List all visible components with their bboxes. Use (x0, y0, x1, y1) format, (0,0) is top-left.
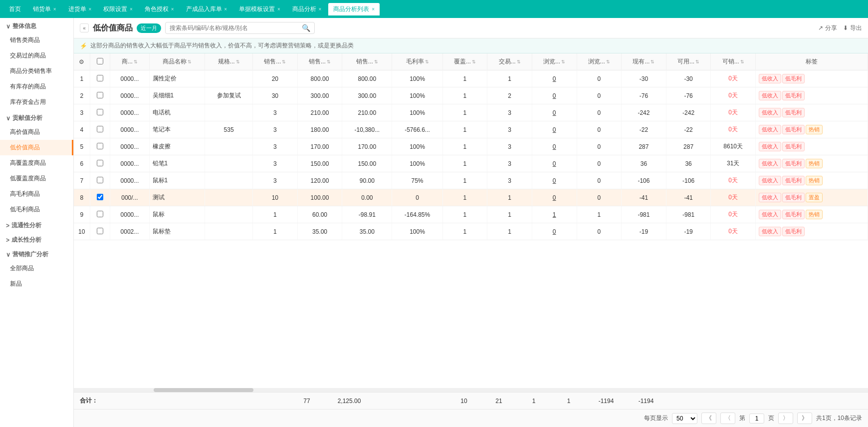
col-checkbox-header[interactable] (90, 53, 110, 70)
nav-template-settings[interactable]: 单据模板设置 × (234, 3, 285, 15)
nav-product-analysis[interactable]: 商品分析 × (287, 3, 327, 15)
row-checkbox-cell[interactable] (90, 104, 110, 121)
row-views1[interactable]: 0 (532, 189, 577, 206)
row-views1[interactable]: 0 (532, 121, 577, 138)
row-checkbox[interactable] (97, 228, 103, 234)
views1-value[interactable]: 0 (553, 177, 556, 184)
col-views2[interactable]: 浏览...⇅ (577, 53, 622, 70)
row-views1[interactable]: 0 (532, 172, 577, 189)
col-name[interactable]: 商品名称⇅ (149, 53, 205, 70)
sidebar-item-category-sales-rate[interactable]: 商品分类销售率 (0, 63, 73, 79)
nav-close-permissions[interactable]: × (128, 6, 133, 12)
sidebar-item-inventory-capital[interactable]: 库存资金占用 (0, 94, 73, 110)
nav-role-auth[interactable]: 角色授权 × (140, 3, 179, 15)
views1-value[interactable]: 0 (553, 194, 556, 201)
col-sales-qty[interactable]: 销售...⇅ (253, 53, 298, 70)
row-checkbox[interactable] (97, 143, 103, 149)
last-page-button[interactable]: 》 (797, 413, 812, 424)
row-checkbox-cell[interactable] (90, 155, 110, 172)
row-checkbox-cell[interactable] (90, 87, 110, 104)
col-sellable[interactable]: 可销...⇅ (711, 53, 756, 70)
row-checkbox-cell[interactable] (90, 206, 110, 223)
time-filter-badge[interactable]: 近一月 (137, 23, 161, 33)
nav-product-inbound[interactable]: 产成品入库单 × (181, 3, 232, 15)
row-views1[interactable]: 0 (532, 223, 577, 240)
sidebar-item-low-coverage[interactable]: 低覆盖度商品 (0, 171, 73, 186)
scrollbar-thumb[interactable] (154, 388, 253, 392)
col-tags[interactable]: 标签 (756, 53, 868, 70)
nav-permissions[interactable]: 权限设置 × (98, 3, 138, 15)
views1-value[interactable]: 0 (553, 92, 556, 99)
col-sales-amount[interactable]: 销售...⇅ (297, 53, 342, 70)
nav-purchase-order[interactable]: 进货单 × (63, 3, 97, 15)
sidebar-group-contribution[interactable]: ∨ 贡献值分析 (0, 110, 73, 124)
nav-close-template[interactable]: × (276, 6, 280, 12)
first-page-button[interactable]: 《 (701, 413, 716, 424)
horizontal-scrollbar[interactable] (74, 388, 868, 392)
nav-close-role[interactable]: × (170, 6, 174, 12)
col-available[interactable]: 可用...⇅ (666, 53, 711, 70)
col-settings[interactable]: ⚙ (74, 53, 90, 70)
nav-close-inbound[interactable]: × (223, 6, 227, 12)
row-checkbox[interactable] (97, 92, 103, 98)
row-checkbox-cell[interactable] (90, 223, 110, 240)
next-page-button[interactable]: 〉 (778, 413, 793, 424)
search-box[interactable]: 🔍 (165, 22, 315, 34)
row-checkbox[interactable] (97, 211, 103, 217)
row-checkbox-cell[interactable] (90, 70, 110, 87)
row-views1[interactable]: 0 (532, 70, 577, 87)
sidebar-item-all-goods[interactable]: 全部商品 (0, 261, 73, 276)
col-views1[interactable]: 浏览...⇅ (532, 53, 577, 70)
row-checkbox-cell[interactable] (90, 172, 110, 189)
row-views1[interactable]: 0 (532, 104, 577, 121)
sidebar-item-sales-goods[interactable]: 销售类商品 (0, 32, 73, 48)
sidebar-item-high-margin[interactable]: 高毛利商品 (0, 186, 73, 202)
export-button[interactable]: ⬇ 导出 (843, 24, 862, 32)
row-checkbox-cell[interactable] (90, 138, 110, 155)
sidebar-group-overview[interactable]: ∨ 整体信息 (0, 18, 73, 32)
views1-value[interactable]: 0 (553, 75, 556, 82)
col-code[interactable]: 商...⇅ (110, 53, 149, 70)
select-all-checkbox[interactable] (97, 58, 103, 64)
sidebar-item-low-margin[interactable]: 低毛利商品 (0, 202, 73, 217)
row-checkbox-cell[interactable] (90, 189, 110, 206)
nav-analysis-list[interactable]: 商品分析列表 × (328, 3, 380, 15)
row-checkbox[interactable] (97, 194, 103, 200)
col-coverage[interactable]: 覆盖...⇅ (442, 53, 487, 70)
row-checkbox[interactable] (97, 177, 103, 183)
col-spec[interactable]: 规格...⇅ (205, 53, 253, 70)
nav-close-analysis-list[interactable]: × (370, 6, 375, 12)
row-views1[interactable]: 1 (532, 206, 577, 223)
row-views1[interactable]: 0 (532, 138, 577, 155)
sidebar-item-high-value[interactable]: 高价值商品 (0, 124, 73, 140)
search-input[interactable] (170, 24, 300, 31)
sidebar-group-circulation[interactable]: > 流通性分析 (0, 217, 73, 232)
sidebar-item-stock-goods[interactable]: 有库存的商品 (0, 79, 73, 94)
search-icon[interactable]: 🔍 (302, 24, 310, 32)
views1-value[interactable]: 1 (553, 211, 556, 218)
nav-home[interactable]: 首页 (4, 3, 26, 15)
nav-sales-order[interactable]: 销货单 × (28, 3, 61, 15)
share-button[interactable]: ↗ 分享 (818, 24, 837, 32)
nav-close-purchase[interactable]: × (87, 6, 92, 12)
row-views1[interactable]: 0 (532, 87, 577, 104)
nav-close-analysis[interactable]: × (317, 6, 322, 12)
row-checkbox[interactable] (97, 160, 103, 166)
col-transactions[interactable]: 交易...⇅ (487, 53, 532, 70)
sidebar-group-growth[interactable]: > 成长性分析 (0, 232, 73, 246)
row-views1[interactable]: 0 (532, 155, 577, 172)
page-input[interactable] (749, 414, 764, 424)
sidebar-item-traded-goods[interactable]: 交易过的商品 (0, 48, 73, 63)
col-gross-margin[interactable]: 毛利率⇅ (392, 53, 442, 70)
views1-value[interactable]: 0 (553, 160, 556, 167)
sidebar-item-low-value[interactable]: 低价值商品 (0, 140, 73, 155)
nav-close-sales[interactable]: × (52, 6, 56, 12)
sidebar-collapse-button[interactable]: « (80, 23, 89, 32)
views1-value[interactable]: 0 (553, 109, 556, 116)
sidebar-item-new-goods[interactable]: 新品 (0, 276, 73, 292)
per-page-select[interactable]: 50 100 200 (672, 413, 697, 424)
col-sales-profit[interactable]: 销售...⇅ (342, 53, 392, 70)
views1-value[interactable]: 0 (553, 143, 556, 150)
sidebar-item-high-coverage[interactable]: 高覆盖度商品 (0, 155, 73, 171)
prev-page-button[interactable]: 〈 (720, 413, 735, 424)
